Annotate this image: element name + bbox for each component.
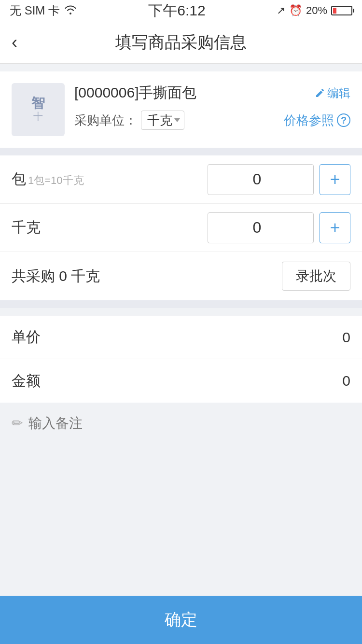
- amount-row: 金额 0: [0, 359, 362, 403]
- alarm-icon: ⏰: [289, 4, 302, 17]
- unit-price-row: 单价 0: [0, 316, 362, 359]
- kg-label: 千克: [12, 218, 79, 238]
- page-title: 填写商品采购信息: [115, 31, 247, 54]
- notes-icon: ✏: [12, 415, 23, 431]
- product-name-row: [0000006]手撕面包 编辑: [74, 83, 350, 103]
- kg-input-row: 千克 +: [0, 204, 362, 252]
- status-time: 下午6:12: [148, 1, 205, 21]
- notes-input[interactable]: [28, 414, 350, 461]
- price-section: 单价 0 金额 0: [0, 316, 362, 403]
- back-button[interactable]: ‹: [12, 32, 17, 53]
- status-bar: 无 SIM 卡 下午6:12 ↗ ⏰ 20%: [0, 0, 362, 21]
- amount-value: 0: [342, 373, 350, 389]
- status-left: 无 SIM 卡: [10, 3, 77, 18]
- price-ref-help-icon: ?: [337, 113, 350, 127]
- confirm-button[interactable]: 确定: [0, 596, 362, 644]
- summary-row: 共采购 0 千克 录批次: [0, 252, 362, 300]
- product-unit-row: 采购单位： 千克 包 价格参照 ?: [74, 111, 350, 130]
- logo-sub: 十: [33, 110, 43, 123]
- notes-section: ✏: [0, 403, 362, 490]
- location-icon: ↗: [277, 4, 285, 17]
- product-info: [0000006]手撕面包 编辑 采购单位： 千克 包 价格参照 ?: [74, 83, 350, 130]
- product-image: 智 十: [12, 83, 65, 136]
- bag-label: 包1包=10千克: [12, 169, 84, 189]
- bag-input-row: 包1包=10千克 +: [0, 155, 362, 204]
- section-divider-1: [0, 148, 362, 155]
- status-right: ↗ ⏰ 20%: [277, 4, 352, 17]
- battery-pct: 20%: [306, 4, 327, 17]
- price-ref-button[interactable]: 价格参照 ?: [284, 112, 350, 129]
- batch-button[interactable]: 录批次: [282, 262, 350, 291]
- battery-icon: [331, 6, 352, 15]
- amount-label: 金额: [12, 371, 41, 391]
- bag-sublabel: 1包=10千克: [28, 174, 84, 186]
- sim-status: 无 SIM 卡: [10, 3, 60, 18]
- price-ref-label: 价格参照: [284, 112, 334, 129]
- wifi-icon: [64, 4, 77, 17]
- section-divider-2: [0, 300, 362, 308]
- kg-plus-button[interactable]: +: [320, 212, 350, 243]
- bag-qty-input[interactable]: [208, 164, 314, 195]
- bag-plus-button[interactable]: +: [320, 164, 350, 195]
- nav-bar: ‹ 填写商品采购信息: [0, 21, 362, 64]
- product-full-name: [0000006]手撕面包: [74, 83, 196, 103]
- confirm-label: 确定: [165, 609, 197, 631]
- edit-label: 编辑: [327, 85, 350, 101]
- unit-select[interactable]: 千克 包: [141, 111, 184, 130]
- summary-text: 共采购 0 千克: [12, 266, 100, 286]
- unit-price-label: 单价: [12, 327, 41, 347]
- kg-qty-input[interactable]: [208, 212, 314, 243]
- edit-button[interactable]: 编辑: [315, 85, 350, 101]
- unit-price-value: 0: [342, 329, 350, 346]
- logo-text: 智: [31, 97, 45, 110]
- product-card: 智 十 [0000006]手撕面包 编辑 采购单位： 千克 包 价格参照: [0, 71, 362, 148]
- unit-label: 采购单位：: [74, 112, 137, 129]
- input-section: 包1包=10千克 + 千克 +: [0, 155, 362, 252]
